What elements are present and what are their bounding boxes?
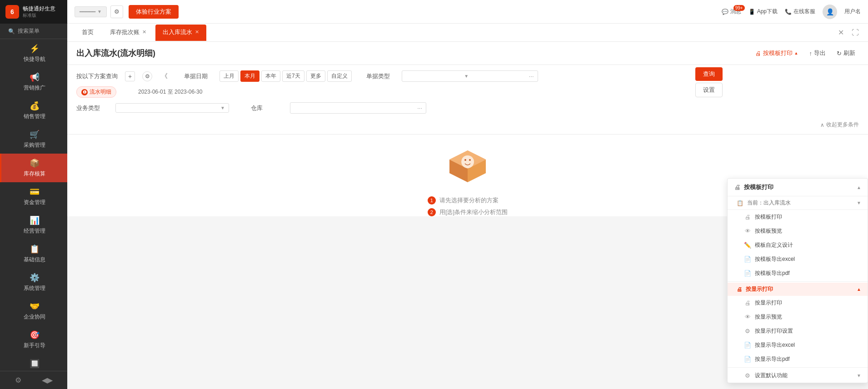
date-btn-custom[interactable]: 自定义 (327, 70, 352, 82)
current-icon: 📋 (737, 200, 743, 206)
app-icon: 📱 (748, 9, 755, 15)
warehouse-more: ··· (417, 105, 422, 111)
sidebar-item-inventory[interactable]: 📦 库存核算 (0, 154, 67, 182)
sidebar-item-purchase[interactable]: 🛒 采购管理 (0, 125, 67, 154)
warehouse-select[interactable]: ··· (290, 102, 426, 114)
date-btn-7days[interactable]: 近7天 (282, 70, 304, 82)
sidebar-nav: ⚡ 快捷导航 📢 营销推广 💰 销售管理 🛒 采购管理 📦 库存核算 💳 资金管… (0, 39, 67, 371)
tab-expand-btn[interactable]: ⛶ (850, 27, 861, 38)
tab-close-btn[interactable]: ✕ (835, 27, 846, 38)
tab-batch[interactable]: 库存批次账 ✕ (103, 25, 154, 41)
inventory-icon: 📦 (30, 158, 40, 168)
dropdown-item-template-print[interactable]: 🖨 按模板打印 (728, 210, 868, 224)
display-section-header[interactable]: 🖨 按显示打印 ▲ (728, 283, 868, 296)
dropdown-item-display-preview[interactable]: 👁 按显示预览 (728, 310, 868, 324)
filter-tag-icon: ❶ (81, 89, 88, 95)
display-preview-label: 按显示预览 (755, 313, 782, 321)
trial-btn[interactable]: 体验行业方案 (129, 5, 179, 19)
shortcut-icon: ⚡ (30, 44, 40, 54)
display-excel-label: 按显示导出excel (755, 341, 795, 349)
sidebar-item-collab[interactable]: 🤝 企业协同 (0, 297, 67, 325)
sidebar-bottom: ⚙ ◀▶ (0, 371, 67, 389)
date-btn-this-year[interactable]: 本年 (261, 70, 280, 82)
date-btn-this-month[interactable]: 本月 (240, 70, 259, 82)
display-settings-icon: ⚙ (744, 328, 751, 335)
dropdown-item-template-customize[interactable]: ✏️ 模板自定义设计 (728, 238, 868, 252)
sidebar-item-label: 系统管理 (24, 284, 45, 292)
sidebar: 6 畅捷通好生意 标准版 🔍 搜索菜单 ⚡ 快捷导航 📢 营销推广 💰 销售管理… (0, 0, 67, 389)
message-btn[interactable]: 💬 消息 99+ (722, 8, 741, 15)
sidebar-item-label: 采购管理 (24, 141, 45, 149)
template-print-label: 按模板打印 (755, 213, 782, 221)
step-num-2: 2 (428, 208, 436, 216)
sidebar-item-apps[interactable]: 🔲 应用中心 (0, 354, 67, 371)
template-excel-icon: 📄 (744, 256, 751, 263)
warehouse-label: 仓库 (251, 104, 283, 112)
dropdown-header-icon: 🖨 (734, 184, 740, 191)
dropdown-item-template-pdf[interactable]: 📄 按模板导出pdf (728, 266, 868, 280)
sidebar-item-finance[interactable]: 💳 资金管理 (0, 182, 67, 211)
export-btn[interactable]: ↑ 导出 (806, 47, 830, 59)
empty-steps: 1 请先选择要分析的方案 2 用[选]条件来缩小分析范围 (428, 196, 508, 216)
refresh-icon: ↻ (837, 50, 842, 57)
sidebar-item-sales[interactable]: 💰 销售管理 (0, 96, 67, 125)
dropdown-item-display-settings[interactable]: ⚙ 按显示打印设置 (728, 324, 868, 338)
settings-btn[interactable]: 设置 (695, 83, 723, 97)
username-label[interactable]: 用户名 (844, 8, 861, 15)
edition-name: 标准版 (23, 12, 55, 18)
template-customize-icon: ✏️ (744, 242, 751, 249)
dropdown-item-template-excel[interactable]: 📄 按模板导出excel (728, 252, 868, 266)
sidebar-item-marketing[interactable]: 📢 营销推广 (0, 68, 67, 96)
topbar-settings-btn[interactable]: ⚙ (110, 5, 123, 18)
tab-flow[interactable]: 出入库流水 ✕ (155, 25, 206, 41)
sidebar-item-operations[interactable]: 📊 经营管理 (0, 211, 67, 239)
current-arrow: ▼ (857, 200, 861, 205)
print-template-label: 按模板打印 (763, 49, 793, 57)
tab-batch-close[interactable]: ✕ (142, 29, 146, 35)
message-icon: 💬 (722, 9, 728, 15)
refresh-btn[interactable]: ↻ 刷新 (833, 47, 859, 59)
user-avatar[interactable]: 👤 (823, 5, 837, 19)
business-type-select[interactable]: ▼ (115, 103, 229, 113)
settings-default-label: 设置默认功能 (755, 372, 788, 379)
sidebar-search[interactable]: 🔍 搜索菜单 (0, 24, 67, 39)
collapse-row[interactable]: ∧ 收起更多条件 (76, 118, 859, 129)
dropdown-item-settings-default[interactable]: ⚙ 设置默认功能 ▼ (728, 369, 868, 383)
settings-bottom-btn[interactable]: ⚙ (15, 376, 21, 384)
search-icon: 🔍 (8, 28, 15, 35)
tab-bar: 首页 库存批次账 ✕ 出入库流水 ✕ ✕ ⛶ (67, 24, 868, 42)
search-label: 搜索菜单 (18, 27, 40, 35)
filter-setting-btn[interactable]: ⚙ (142, 71, 152, 81)
template-pdf-label: 按模板导出pdf (755, 269, 790, 277)
app-download-btn[interactable]: 📱 App下载 (748, 8, 778, 15)
dropdown-item-display-pdf[interactable]: 📄 按显示导出pdf (728, 352, 868, 366)
dropdown-item-display-print[interactable]: 🖨 按显示打印 (728, 296, 868, 310)
bill-type-select[interactable]: ▼ ··· (402, 70, 538, 82)
date-btn-more[interactable]: 更多 (306, 70, 325, 82)
online-service-btn[interactable]: 📞 在线客服 (785, 8, 815, 15)
date-btn-last-month[interactable]: 上月 (219, 70, 239, 82)
filter-tag[interactable]: ❶ 流水明细 (76, 86, 116, 98)
finance-icon: 💳 (30, 187, 40, 197)
empty-step-2-text: 用[选]条件来缩小分析范围 (439, 208, 508, 216)
print-template-btn[interactable]: 🖨 按模板打印 ▲ (752, 47, 802, 59)
tab-flow-close[interactable]: ✕ (195, 29, 199, 35)
sidebar-item-system[interactable]: ⚙️ 系统管理 (0, 268, 67, 297)
sidebar-item-newbie[interactable]: 🎯 新手引导 (0, 325, 67, 354)
dropdown-item-display-excel[interactable]: 📄 按显示导出excel (728, 338, 868, 352)
filter-collapse-btn[interactable]: 《 (160, 71, 170, 81)
filter-add-btn[interactable]: + (125, 71, 135, 81)
collapse-sidebar-btn[interactable]: ◀▶ (42, 376, 53, 384)
right-action-btns: 查询 设置 (695, 67, 723, 97)
breadcrumb[interactable]: ━━━━━ ▼ (75, 6, 107, 17)
service-icon: 📞 (785, 9, 792, 15)
sidebar-item-label: 营销推广 (24, 84, 45, 92)
tab-home[interactable]: 首页 (75, 25, 101, 41)
marketing-icon: 📢 (30, 72, 40, 82)
query-btn[interactable]: 查询 (695, 67, 723, 81)
sidebar-item-basic[interactable]: 📋 基础信息 (0, 239, 67, 268)
topbar-right: 💬 消息 99+ 📱 App下载 📞 在线客服 👤 用户名 (722, 5, 861, 19)
dropdown-item-template-preview[interactable]: 👁 按模板预览 (728, 224, 868, 238)
sidebar-item-shortcut[interactable]: ⚡ 快捷导航 (0, 39, 67, 68)
collab-icon: 🤝 (30, 301, 40, 311)
